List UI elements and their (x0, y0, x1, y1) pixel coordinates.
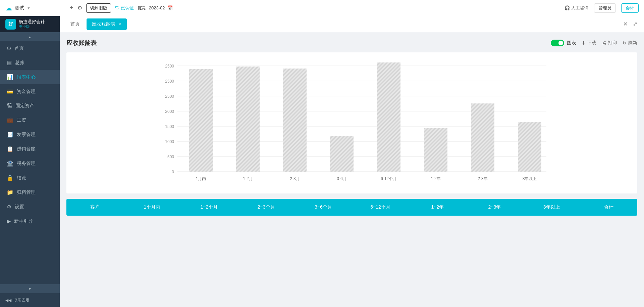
sidebar-item-close[interactable]: 🔒 结账 (0, 171, 60, 185)
sidebar-item-label: 工资 (17, 117, 26, 123)
table-header-6-12m: 6~12个月 (352, 199, 409, 216)
tab-expand-button[interactable]: ⤢ (632, 19, 639, 29)
cancel-fixed-button[interactable]: ◀◀ 取消固定 (5, 297, 54, 303)
bar-6-12个月 (377, 62, 400, 172)
settings-button[interactable]: ⚙ (77, 5, 82, 11)
bar-2-3年 (471, 103, 494, 172)
table-header-2-3y: 2~3年 (466, 199, 523, 216)
guide-icon: ▶ (7, 218, 11, 224)
company-name: 测试 (15, 5, 24, 11)
headset-icon: 🎧 (565, 5, 570, 10)
top-header: ☁ 测试 ▼ + ⚙ 切到旧版 🛡 已认证 账期 2023-02 📅 🎧 人工咨… (0, 0, 644, 16)
sidebar-item-label: 进销台账 (17, 146, 36, 152)
sidebar-item-label: 首页 (14, 45, 24, 51)
sidebar-item-ledger[interactable]: ▤ 总账 (0, 55, 60, 70)
svg-text:2500: 2500 (165, 94, 174, 99)
table-header-total: 合计 (580, 199, 637, 216)
scroll-up-arrow[interactable]: ▲ (0, 32, 60, 41)
bar-2-3月 (283, 69, 307, 172)
logo-icon: 好 (5, 19, 16, 30)
pin-icon: ◀◀ (5, 298, 11, 303)
chart-area: 2500 2500 2500 2000 1500 1000 500 0 (73, 59, 631, 187)
header-right: 🎧 人工咨询 管理员 会计 (565, 3, 639, 13)
sidebar-item-label: 总账 (15, 60, 24, 66)
sidebar-item-label: 报表中心 (17, 74, 36, 80)
svg-text:6-12个月: 6-12个月 (381, 176, 397, 181)
logo-text: 畅捷通好会计 (19, 19, 45, 25)
scroll-down-arrow[interactable]: ▼ (0, 284, 60, 293)
calendar-icon[interactable]: 📅 (167, 5, 173, 10)
page-content: 应收账龄表 图表 ⬇ 下载 🖨 打印 ↻ (60, 32, 644, 307)
sidebar-item-tax[interactable]: 🏦 税务管理 (0, 156, 60, 171)
chevron-down-icon: ▼ (27, 6, 31, 10)
bar-1月内 (189, 69, 213, 172)
add-button[interactable]: + (70, 4, 73, 11)
bar-3年以上 (518, 122, 541, 172)
accounting-button[interactable]: 会计 (621, 3, 639, 13)
sidebar-item-home[interactable]: ⊙ 首页 (0, 41, 60, 55)
sales-icon: 📋 (7, 146, 13, 152)
sidebar-item-payroll[interactable]: 💼 工资 (0, 113, 60, 127)
tab-home-label: 首页 (70, 21, 80, 27)
download-button[interactable]: ⬇ 下载 (582, 40, 596, 46)
tab-ar-aging-label: 应收账龄表 (92, 21, 115, 27)
table-header-1-2m: 1~2个月 (180, 199, 237, 216)
tab-ar-aging[interactable]: 应收账龄表 ✕ (87, 18, 127, 30)
home-icon: ⊙ (7, 45, 11, 51)
sidebar-item-label: 固定资产 (15, 103, 34, 109)
sidebar-item-invoice[interactable]: 🧾 发票管理 (0, 127, 60, 142)
content-area: 首页 应收账龄表 ✕ ✕ ⤢ 应收账龄表 图表 (60, 16, 644, 307)
print-button[interactable]: 🖨 打印 (602, 40, 617, 46)
tab-home[interactable]: 首页 (65, 18, 85, 30)
table-header-2-3m: 2~3个月 (238, 199, 295, 216)
chart-toggle[interactable] (551, 40, 564, 46)
sidebar-item-label: 归档管理 (17, 189, 36, 195)
refresh-icon: ↻ (623, 40, 627, 46)
svg-text:1-2月: 1-2月 (243, 176, 253, 181)
sidebar-item-sales[interactable]: 📋 进销台账 (0, 142, 60, 156)
company-logo-icon: ☁ (5, 4, 12, 12)
tab-close-icon[interactable]: ✕ (118, 22, 121, 27)
table-header-3y-plus: 3年以上 (523, 199, 580, 216)
sidebar-item-archive[interactable]: 📁 归档管理 (0, 185, 60, 200)
switch-old-button[interactable]: 切到旧版 (86, 3, 111, 13)
svg-text:1月内: 1月内 (196, 176, 206, 181)
company-selector[interactable]: ☁ 测试 ▼ (5, 4, 66, 12)
shield-icon: 🛡 (115, 5, 119, 10)
page-header: 应收账龄表 图表 ⬇ 下载 🖨 打印 ↻ (66, 39, 637, 47)
sidebar-item-funds[interactable]: 💳 资金管理 (0, 84, 60, 99)
tab-bar: 首页 应收账龄表 ✕ ✕ ⤢ (60, 16, 644, 32)
print-icon: 🖨 (602, 40, 606, 46)
sidebar: 好 畅捷通好会计 专业版 ▲ ⊙ 首页 ▤ 总账 📊 报表中心 (0, 16, 60, 307)
payroll-icon: 💼 (7, 117, 13, 123)
svg-text:0: 0 (172, 170, 174, 174)
svg-text:1500: 1500 (165, 124, 174, 129)
svg-text:500: 500 (167, 155, 174, 159)
svg-text:3年以上: 3年以上 (523, 176, 537, 181)
tab-close-button[interactable]: ✕ (622, 19, 629, 29)
sidebar-item-label: 结账 (17, 175, 26, 181)
sidebar-item-reports[interactable]: 📊 报表中心 (0, 70, 60, 84)
svg-text:2000: 2000 (165, 109, 174, 114)
svg-text:2500: 2500 (165, 64, 174, 69)
table-header-1-2y: 1~2年 (409, 199, 466, 216)
refresh-button[interactable]: ↻ 刷新 (623, 40, 637, 46)
tax-icon: 🏦 (7, 160, 13, 167)
funds-icon: 💳 (7, 88, 13, 95)
certified-label: 已认证 (121, 5, 134, 11)
admin-button[interactable]: 管理员 (594, 3, 616, 13)
sidebar-item-settings[interactable]: ⚙ 设置 (0, 200, 60, 214)
sidebar-scroll: ⊙ 首页 ▤ 总账 📊 报表中心 💳 资金管理 🏗 固定资产 💼 工资 (0, 41, 60, 284)
sidebar-item-guide[interactable]: ▶ 新手引导 (0, 214, 60, 228)
svg-text:3-6月: 3-6月 (337, 176, 346, 181)
reports-icon: 📊 (7, 74, 13, 80)
sidebar-item-fixed-assets[interactable]: 🏗 固定资产 (0, 99, 60, 113)
sidebar-item-label: 设置 (15, 204, 24, 210)
sidebar-item-label: 新手引导 (14, 218, 33, 224)
human-consult-button[interactable]: 🎧 人工咨询 (565, 5, 589, 11)
tab-right-actions: ✕ ⤢ (622, 19, 639, 29)
settings-icon: ⚙ (7, 204, 11, 210)
chart-toggle-label: 图表 (567, 40, 576, 46)
main-layout: 好 畅捷通好会计 专业版 ▲ ⊙ 首页 ▤ 总账 📊 报表中心 (0, 16, 644, 307)
svg-text:2-3年: 2-3年 (478, 176, 487, 181)
